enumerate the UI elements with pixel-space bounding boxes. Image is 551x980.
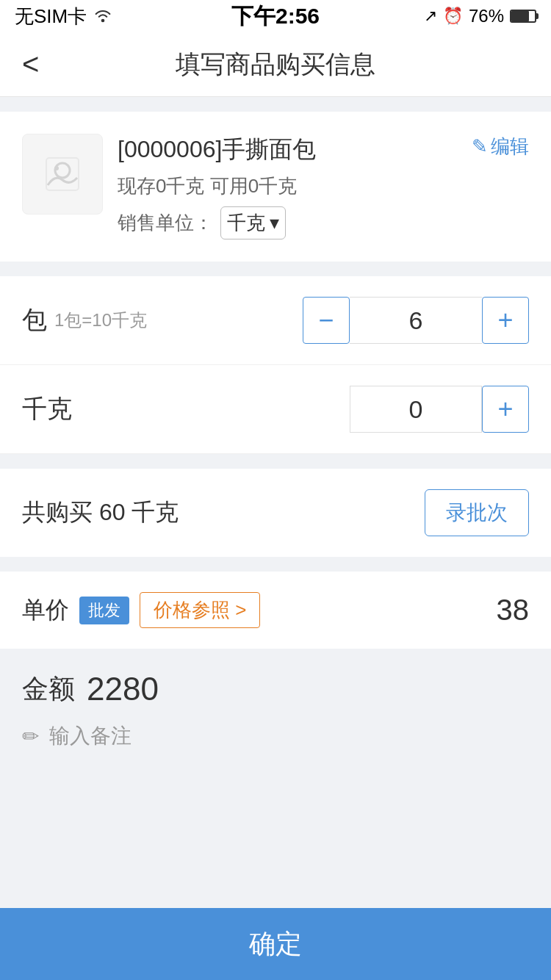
nav-bar: < 填写商品购买信息 <box>0 32 551 97</box>
quantity-label-kg: 千克 <box>22 392 72 426</box>
price-label: 单价 <box>22 594 69 627</box>
batch-button[interactable]: 录批次 <box>425 489 529 536</box>
edit-button[interactable]: ✎ 编辑 <box>472 134 529 159</box>
unit-value: 千克 <box>227 210 265 236</box>
amount-section: 金额 2280 ✏ 输入备注 <box>0 649 551 765</box>
status-left: 无SIM卡 <box>15 4 113 29</box>
summary-section: 共购买 60 千克 录批次 <box>0 469 551 557</box>
location-icon: ↗ <box>424 7 437 26</box>
status-right: ↗ ⏰ 76% <box>424 6 536 26</box>
back-button[interactable]: < <box>15 40 46 88</box>
unit-label: 销售单位： <box>118 210 213 236</box>
price-ref-button[interactable]: 价格参照 > <box>140 592 260 628</box>
remark-row[interactable]: ✏ 输入备注 <box>22 722 529 750</box>
amount-row: 金额 2280 <box>22 671 529 707</box>
quantity-row-bao: 包 1包=10千克 − + <box>0 276 551 365</box>
main-content: [0000006]手撕面包 现存0千克 可用0千克 销售单位： 千克 ▾ ✎ 编… <box>0 112 551 980</box>
dropdown-arrow-icon: ▾ <box>270 212 279 234</box>
quantity-controls-kg: + <box>350 386 529 433</box>
product-image <box>22 134 103 215</box>
confirm-button[interactable]: 确定 <box>249 926 302 962</box>
page-title: 填写商品购买信息 <box>176 48 375 82</box>
product-card-right: ✎ 编辑 <box>472 134 529 159</box>
amount-value: 2280 <box>87 671 159 707</box>
quantity-plus-bao[interactable]: + <box>482 297 529 344</box>
edit-label: 编辑 <box>491 134 529 159</box>
quantity-row-kg: 千克 + <box>0 365 551 454</box>
remark-placeholder: 输入备注 <box>49 722 132 750</box>
wifi-icon <box>93 5 113 28</box>
quantity-input-bao[interactable] <box>350 297 482 344</box>
quantity-plus-kg[interactable]: + <box>482 386 529 433</box>
svg-point-1 <box>54 166 59 170</box>
carrier-label: 无SIM卡 <box>15 4 87 29</box>
product-info: [0000006]手撕面包 现存0千克 可用0千克 销售单位： 千克 ▾ <box>118 134 457 239</box>
price-section: 单价 批发 价格参照 > 38 <box>0 572 551 649</box>
price-value: 38 <box>497 594 530 627</box>
price-ref-label: 价格参照 > <box>154 597 246 623</box>
quantity-input-kg[interactable] <box>350 386 482 433</box>
unit-dropdown[interactable]: 千克 ▾ <box>220 206 286 239</box>
product-card: [0000006]手撕面包 现存0千克 可用0千克 销售单位： 千克 ▾ ✎ 编… <box>0 112 551 262</box>
quantity-minus-bao[interactable]: − <box>303 297 350 344</box>
status-bar: 无SIM卡 下午2:56 ↗ ⏰ 76% <box>0 0 551 32</box>
product-name: [0000006]手撕面包 <box>118 134 457 166</box>
product-stock: 现存0千克 可用0千克 <box>118 173 457 199</box>
status-time: 下午2:56 <box>231 1 320 32</box>
summary-text: 共购买 60 千克 <box>22 497 179 529</box>
alarm-icon: ⏰ <box>443 7 463 26</box>
quantity-controls-bao: − + <box>303 297 529 344</box>
quantity-section: 包 1包=10千克 − + 千克 + <box>0 276 551 454</box>
svg-point-0 <box>55 163 70 178</box>
product-unit-row: 销售单位： 千克 ▾ <box>118 206 457 239</box>
remark-icon: ✏ <box>22 724 39 749</box>
quantity-sublabel-bao: 1包=10千克 <box>54 309 147 332</box>
price-tag: 批发 <box>79 597 129 624</box>
amount-label: 金额 <box>22 671 75 707</box>
bottom-bar[interactable]: 确定 <box>0 908 551 980</box>
battery-label: 76% <box>469 6 504 26</box>
quantity-label-bao: 包 <box>22 303 47 337</box>
edit-icon: ✎ <box>472 135 488 158</box>
battery-icon <box>510 10 536 23</box>
